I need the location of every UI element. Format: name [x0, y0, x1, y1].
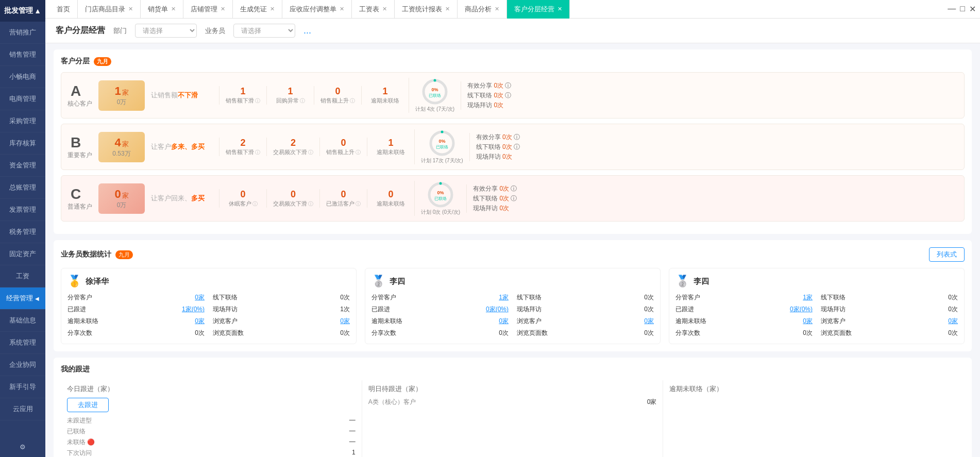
tab-close-icon[interactable]: ✕: [382, 6, 387, 12]
follow-col-title-overdue: 逾期未联络（家）: [669, 384, 958, 394]
sp-name-0: 徐泽华: [86, 277, 109, 286]
sidebar-item-xitong[interactable]: 系统管理: [0, 332, 45, 354]
sidebar: 批发管理 ▲ 营销推广 销售管理 小畅电商 电商管理 采购管理 库存核算 资金管…: [0, 0, 45, 457]
sidebar-item-jichu[interactable]: 基础信息: [0, 310, 45, 332]
sidebar-item-shuiwu[interactable]: 税务管理: [0, 221, 45, 243]
sp-stats-1: 分管客户 1家 线下联络 0次 已跟进 0家(0%) 现场拜访: [371, 293, 654, 337]
sidebar-item-ecommerce[interactable]: 电商管理: [0, 88, 45, 110]
tab-sales-order[interactable]: 销货单 ✕: [141, 0, 183, 19]
go-follow-button[interactable]: 去跟进: [67, 398, 109, 412]
tab-label: 生成凭证: [240, 5, 267, 14]
sales-header: 业务员数据统计 九月 列表式: [61, 247, 965, 262]
sidebar-item-yunyingyong[interactable]: 云应用: [0, 398, 45, 420]
sp-stat-row: 分享次数 0次: [67, 329, 205, 337]
tier-stat-b-2: 2 交易频次下滑 ⓘ: [266, 138, 313, 156]
sp-stat-row: 浏览页面数 0次: [517, 329, 654, 337]
tab-voucher[interactable]: 生成凭证 ✕: [233, 0, 282, 19]
sidebar-toggle-icon[interactable]: ▲: [34, 7, 41, 15]
sidebar-item-caigou[interactable]: 采购管理: [0, 110, 45, 132]
tab-payroll-report[interactable]: 工资统计报表 ✕: [395, 0, 458, 19]
tab-label: 工资表: [359, 5, 379, 14]
sp-stat-row: 已跟进 0家(0%): [371, 305, 509, 314]
sidebar-item-label: 新手引导: [9, 383, 36, 391]
sales-stats-section: 业务员数据统计 九月 列表式 🥇 徐泽华 分管客户 0家: [54, 240, 972, 351]
tab-close-icon[interactable]: ✕: [128, 6, 133, 12]
sp-stat-row: 浏览页面数 0次: [213, 329, 350, 337]
tier-stat-a-3: 0 销售额上升 ⓘ: [314, 86, 355, 105]
sales-month-badge: 九月: [115, 250, 133, 259]
tab-close-icon[interactable]: ✕: [557, 6, 562, 12]
sp-stat-row: 现场拜访 0次: [821, 305, 958, 314]
tab-customer-tier[interactable]: 客户分层经营 ✕: [507, 0, 570, 19]
tab-home[interactable]: 首页: [49, 0, 78, 19]
tab-payroll[interactable]: 工资表 ✕: [352, 0, 395, 19]
tier-count-b: 4 家 0.53万: [98, 132, 145, 162]
tab-product-catalog[interactable]: 门店商品目录 ✕: [78, 0, 141, 19]
tab-close-icon[interactable]: ✕: [340, 6, 344, 12]
sales-select[interactable]: 请选择: [233, 24, 295, 38]
tab-label: 工资统计报表: [402, 5, 442, 14]
sidebar-item-zijin[interactable]: 资金管理: [0, 155, 45, 177]
page-title: 客户分层经营: [56, 25, 105, 36]
tab-product-analysis[interactable]: 商品分析 ✕: [458, 0, 507, 19]
sidebar-item-xinshou[interactable]: 新手引导: [0, 376, 45, 398]
tier-letter-b: B: [67, 134, 84, 151]
sidebar-item-yingxiao[interactable]: 营销推广: [0, 22, 45, 44]
window-minimize-icon[interactable]: —: [948, 4, 956, 14]
tab-close-icon[interactable]: ✕: [270, 6, 275, 12]
salesperson-card-2: 🥈 李四 分管客户 1家 线下联络 0次 已跟进: [669, 268, 965, 344]
page-header: 客户分层经营 部门 请选择 业务员 请选择 ...: [45, 19, 980, 43]
sp-stat-row: 分管客户 1家: [371, 293, 509, 302]
sidebar-item-qiye[interactable]: 企业协同: [0, 354, 45, 376]
sidebar-item-fapiao[interactable]: 发票管理: [0, 199, 45, 221]
sidebar-item-diansshang[interactable]: 小畅电商: [0, 66, 45, 88]
sidebar-header[interactable]: 批发管理 ▲: [0, 0, 45, 22]
sidebar-item-kucun[interactable]: 库存核算: [0, 132, 45, 155]
window-close-icon[interactable]: ✕: [969, 4, 976, 14]
tier-row-b: B 重要客户 4 家 0.53万 让客户多来、多买 2 销售额下滑 ⓘ: [61, 124, 965, 170]
sales-label: 业务员: [205, 26, 225, 36]
sp-stat-row: 浏览页面数 0次: [821, 329, 958, 337]
tier-follow-b: 1 逾期未联络: [367, 138, 408, 156]
tier-suggestion-a: 让销售额不下滑: [151, 91, 213, 100]
sidebar-item-jingying[interactable]: 经营管理 ◀: [0, 287, 45, 310]
dept-select[interactable]: 请选择: [135, 24, 197, 38]
sidebar-settings[interactable]: ⚙: [0, 437, 45, 457]
sidebar-item-label: 营销推广: [9, 28, 36, 36]
sp-name-2: 李四: [694, 277, 709, 286]
content-area: 客户分层经营 部门 请选择 业务员 请选择 ... 客户分层 九月 A 核心客户: [45, 19, 980, 457]
sidebar-item-zongzhang[interactable]: 总账管理: [0, 177, 45, 199]
tier-circle-a: 0% 已联络 计划 4次 (7天/次): [409, 78, 454, 113]
follow-rows-tomorrow: A类（核心）客户 0家: [368, 398, 657, 407]
medal-icon-1: 🥈: [371, 275, 385, 288]
tier-stat-c-3: 0 已激活客户 ⓘ: [319, 189, 361, 208]
sidebar-item-xiaoshou[interactable]: 销售管理: [0, 44, 45, 66]
sidebar-item-label: 总账管理: [9, 183, 36, 191]
salesperson-card-0: 🥇 徐泽华 分管客户 0家 线下联络 0次 已跟进: [61, 268, 357, 344]
list-view-button[interactable]: 列表式: [929, 247, 965, 262]
tab-close-icon[interactable]: ✕: [445, 6, 450, 12]
sp-stat-row: 浏览客户 0家: [517, 317, 654, 326]
tab-close-icon[interactable]: ✕: [221, 6, 225, 12]
sidebar-item-guding[interactable]: 固定资产: [0, 243, 45, 265]
follow-col-tomorrow: 明日待跟进（家） A类（核心）客户 0家: [362, 380, 664, 457]
sp-stat-row: 浏览客户 0家: [821, 317, 958, 326]
sidebar-item-label: 基础信息: [9, 316, 36, 324]
tab-store-mgmt[interactable]: 店铺管理 ✕: [183, 0, 233, 19]
window-maximize-icon[interactable]: □: [960, 4, 965, 14]
tier-circle-b: 0% 已联络 计划 17次 (7天/次): [414, 129, 463, 164]
more-filters-icon[interactable]: ...: [303, 25, 311, 36]
sidebar-item-label: 云应用: [13, 405, 33, 413]
svg-text:已联络: 已联络: [434, 196, 447, 201]
tab-close-icon[interactable]: ✕: [495, 6, 499, 12]
tab-close-icon[interactable]: ✕: [171, 6, 176, 12]
tier-follow-c: 0 逾期未联络: [367, 189, 408, 208]
tier-row-a: A 核心客户 1 家 0万 让销售额不下滑 1 销售额下滑 ⓘ: [61, 72, 965, 119]
tier-right-stats-c: 有效分享 0次 ⓘ 线下联络 0次 ⓘ 现场拜访 0次: [466, 184, 528, 213]
tier-stat-b-3: 0 销售额上升 ⓘ: [319, 138, 361, 156]
settings-icon[interactable]: ⚙: [20, 443, 26, 451]
tab-adjustment[interactable]: 应收应付调整单 ✕: [282, 0, 352, 19]
dept-label: 部门: [113, 26, 127, 36]
sidebar-item-label: 工资: [16, 272, 29, 280]
sidebar-item-gongzi[interactable]: 工资: [0, 265, 45, 287]
